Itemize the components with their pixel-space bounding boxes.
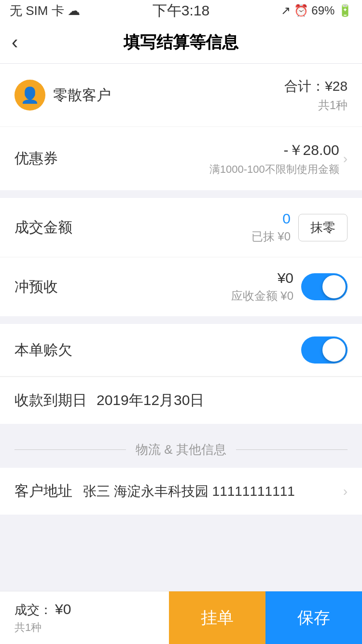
prepayment-row: 冲预收 ¥0 应收金额 ¥0	[0, 257, 362, 316]
due-date-row: 收款到期日 2019年12月30日	[0, 377, 362, 424]
coupon-amount: -￥28.00	[209, 140, 339, 160]
page-title: 填写结算等信息	[124, 31, 238, 54]
logistics-label: 物流 & 其他信息	[136, 441, 226, 458]
save-button[interactable]: 保存	[265, 591, 362, 644]
deal-amount-right: 0 已抹 ¥0 抹零	[251, 210, 348, 244]
status-right: ↗ ⏰ 69% 🔋	[281, 4, 352, 17]
customer-info: 👤 零散客户	[14, 80, 111, 111]
prepayment-value-wrap: ¥0 应收金额 ¥0	[231, 270, 293, 304]
prepayment-toggle[interactable]	[301, 273, 348, 300]
total-label: 合计：¥28	[284, 77, 348, 96]
coupon-label: 优惠券	[14, 149, 58, 168]
coupon-right: -￥28.00 满1000-100不限制使用金额 ›	[209, 140, 348, 177]
total-count: 共1种	[284, 98, 348, 113]
logistics-divider: 物流 & 其他信息	[0, 432, 362, 468]
address-row[interactable]: 客户地址 张三 海淀永丰科技园 11111111111 ›	[0, 468, 362, 515]
avatar: 👤	[14, 80, 45, 111]
coupon-desc: 满1000-100不限制使用金额	[209, 162, 339, 177]
divider-line-left	[14, 449, 126, 450]
debit-toggle[interactable]	[301, 336, 348, 364]
chevron-right-icon: ›	[343, 151, 348, 167]
bottom-bar: 成交： ¥0 共1种 挂单 保存	[0, 591, 362, 644]
nav-bar: ‹ 填写结算等信息	[0, 21, 362, 64]
battery-icon: ↗ ⏰ 69% 🔋	[281, 4, 352, 17]
deal-amount-value-wrap: 0 已抹 ¥0	[251, 210, 291, 244]
coupon-info: -￥28.00 满1000-100不限制使用金额	[209, 140, 339, 177]
debit-section: 本单赊欠 收款到期日 2019年12月30日	[0, 324, 362, 424]
bottom-deal-label: 成交：	[14, 602, 52, 618]
bottom-buttons: 挂单 保存	[169, 591, 362, 644]
avatar-icon: 👤	[20, 86, 40, 104]
prepayment-right: ¥0 应收金额 ¥0	[231, 270, 348, 304]
address-chevron-icon: ›	[343, 484, 348, 499]
bottom-deal-amount: ¥0	[55, 601, 71, 617]
deal-amount-value: 0	[251, 210, 291, 227]
deal-amount-sub: 已抹 ¥0	[251, 229, 291, 244]
status-time: 下午3:18	[153, 1, 209, 21]
debit-row: 本单赊欠	[0, 324, 362, 377]
address-label: 客户地址	[14, 481, 77, 501]
deal-amount-row: 成交金额 0 已抹 ¥0 抹零	[0, 198, 362, 257]
customer-name: 零散客户	[53, 85, 111, 105]
toggle-knob	[322, 275, 346, 298]
due-date-value: 2019年12月30日	[97, 391, 204, 410]
coupon-row[interactable]: 优惠券 -￥28.00 满1000-100不限制使用金额 ›	[0, 126, 362, 190]
customer-total: 合计：¥28 共1种	[284, 77, 348, 113]
debit-toggle-knob	[322, 338, 346, 362]
debit-label: 本单赊欠	[14, 340, 72, 360]
deal-amount-label: 成交金额	[14, 218, 72, 238]
prepayment-label: 冲预收	[14, 277, 72, 297]
round-zero-button[interactable]: 抹零	[298, 214, 348, 241]
customer-section: 👤 零散客户 合计：¥28 共1种 优惠券 -￥28.00 满1000-100不…	[0, 64, 362, 190]
deal-row: 成交： ¥0	[14, 601, 154, 618]
deal-amount-section: 成交金额 0 已抹 ¥0 抹零 冲预收 ¥0 应收金额 ¥0	[0, 198, 362, 316]
hold-button[interactable]: 挂单	[169, 591, 265, 644]
due-date-label: 收款到期日	[14, 391, 87, 410]
bottom-count: 共1种	[14, 620, 154, 635]
back-button[interactable]: ‹	[12, 31, 18, 53]
debit-right	[301, 336, 348, 364]
address-value: 张三 海淀永丰科技园 11111111111	[83, 482, 337, 501]
prepayment-value: ¥0	[231, 270, 293, 286]
customer-row: 👤 零散客户 合计：¥28 共1种	[0, 64, 362, 126]
prepayment-sub: 应收金额 ¥0	[231, 288, 293, 304]
bottom-summary: 成交： ¥0 共1种	[0, 591, 169, 644]
no-sim-text: 无 SIM 卡 ☁	[10, 2, 80, 19]
status-bar: 无 SIM 卡 ☁ 下午3:18 ↗ ⏰ 69% 🔋	[0, 0, 362, 21]
status-left: 无 SIM 卡 ☁	[10, 2, 80, 19]
divider-line-right	[236, 449, 348, 450]
